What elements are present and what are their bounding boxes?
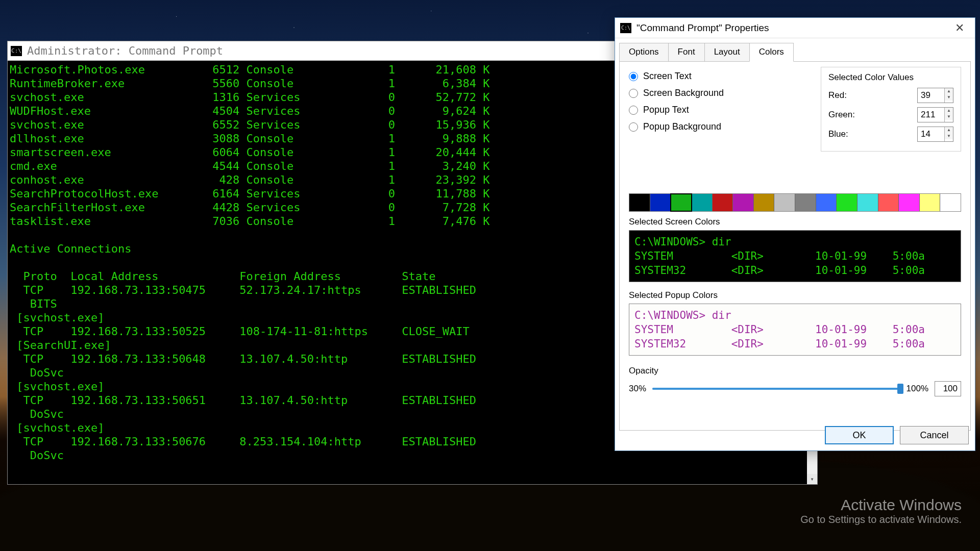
colors-panel: Screen Text Screen Background Popup Text… [619, 61, 971, 431]
tab-font[interactable]: Font [668, 43, 705, 62]
tab-options[interactable]: Options [619, 43, 669, 62]
rgb-header: Selected Color Values [828, 72, 953, 83]
opacity-section: Opacity 30% 100% [629, 366, 961, 396]
palette-swatch-11[interactable] [857, 194, 878, 211]
palette-swatch-13[interactable] [899, 194, 920, 211]
spin-up-icon[interactable]: ▲ [945, 108, 953, 114]
palette-swatch-3[interactable] [692, 194, 713, 211]
dialog-buttons: OK Cancel [825, 426, 969, 444]
palette-swatch-0[interactable] [629, 194, 650, 211]
selected-color-values: Selected Color Values Red: ▲▼ Green: ▲▼ … [821, 67, 961, 152]
red-input[interactable] [918, 88, 944, 103]
tab-colors[interactable]: Colors [749, 43, 794, 62]
green-input[interactable] [918, 108, 944, 122]
slider-thumb[interactable] [897, 384, 903, 394]
tab-layout[interactable]: Layout [704, 43, 750, 62]
spin-down-icon[interactable]: ▼ [945, 133, 953, 139]
tab-strip: Options Font Layout Colors [615, 38, 975, 61]
cmd-title: Administrator: Command Prompt [27, 44, 223, 57]
activate-windows-watermark: Activate Windows Go to Settings to activ… [800, 496, 962, 525]
popup-colors-preview: C:\WINDOWS> dir SYSTEM <DIR> 10-01-99 5:… [629, 304, 961, 356]
properties-title: "Command Prompt" Properties [636, 22, 949, 34]
spin-down-icon[interactable]: ▼ [945, 114, 953, 120]
radio-popup-bg-input[interactable] [629, 122, 638, 132]
palette-swatch-14[interactable] [920, 194, 941, 211]
palette-swatch-2[interactable] [671, 194, 692, 211]
radio-screen-text-input[interactable] [629, 72, 638, 81]
close-button[interactable]: ✕ [949, 21, 970, 35]
blue-label: Blue: [828, 129, 864, 139]
ok-button[interactable]: OK [825, 426, 894, 444]
blue-input[interactable] [918, 127, 944, 141]
palette-swatch-4[interactable] [713, 194, 733, 211]
green-spinner[interactable]: ▲▼ [917, 107, 953, 122]
palette-swatch-10[interactable] [837, 194, 857, 211]
screen-colors-preview: C:\WINDOWS> dir SYSTEM <DIR> 10-01-99 5:… [629, 230, 961, 282]
radio-popup-text-input[interactable] [629, 106, 638, 115]
red-spinner[interactable]: ▲▼ [917, 88, 953, 103]
palette-swatch-6[interactable] [754, 194, 775, 211]
radio-screen-bg-input[interactable] [629, 89, 638, 98]
blue-spinner[interactable]: ▲▼ [917, 127, 953, 142]
palette-swatch-8[interactable] [795, 194, 816, 211]
spin-down-icon[interactable]: ▼ [945, 94, 953, 101]
palette-swatch-9[interactable] [816, 194, 837, 211]
color-palette [629, 193, 961, 212]
properties-dialog: C:\ "Command Prompt" Properties ✕ Option… [615, 17, 975, 451]
palette-swatch-15[interactable] [940, 194, 961, 211]
opacity-max: 100% [906, 384, 928, 394]
cmd-icon: C:\ [620, 23, 631, 33]
spin-up-icon[interactable]: ▲ [945, 127, 953, 133]
opacity-slider[interactable] [652, 388, 900, 390]
palette-swatch-7[interactable] [774, 194, 795, 211]
palette-swatch-1[interactable] [650, 194, 671, 211]
cmd-icon: C:\ [11, 46, 22, 56]
popup-preview-label: Selected Popup Colors [629, 290, 961, 300]
green-label: Green: [828, 110, 864, 120]
palette-swatch-5[interactable] [733, 194, 754, 211]
opacity-input[interactable] [935, 381, 961, 396]
red-label: Red: [828, 90, 864, 101]
cancel-button[interactable]: Cancel [900, 426, 969, 444]
palette-swatch-12[interactable] [878, 194, 899, 211]
spin-up-icon[interactable]: ▲ [945, 88, 953, 94]
screen-preview-label: Selected Screen Colors [629, 217, 961, 227]
properties-titlebar[interactable]: C:\ "Command Prompt" Properties ✕ [615, 18, 975, 38]
opacity-min: 30% [629, 384, 646, 394]
opacity-label: Opacity [629, 366, 961, 376]
scroll-down-icon[interactable]: ▾ [807, 474, 817, 484]
